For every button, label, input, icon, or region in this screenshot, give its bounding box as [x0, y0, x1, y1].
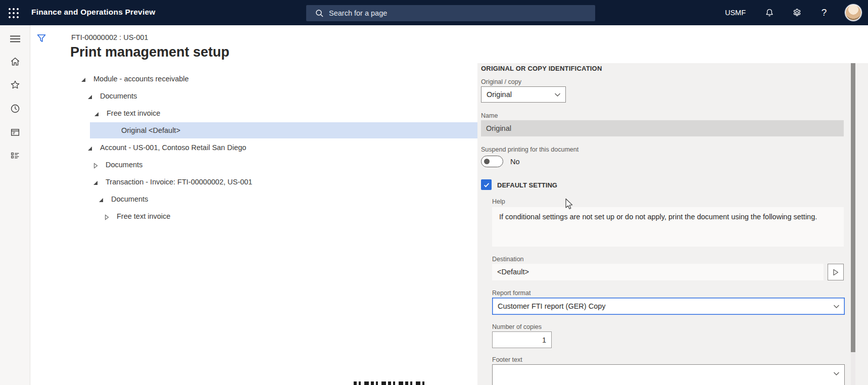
tree-row[interactable]: Original <Default>: [73, 122, 477, 139]
footer-text-combobox[interactable]: [492, 364, 845, 385]
page-title: Print management setup: [70, 44, 229, 60]
help-icon[interactable]: ?: [817, 6, 831, 19]
number-of-copies-label: Number of copies: [492, 323, 542, 330]
app-launcher-icon[interactable]: [7, 7, 19, 18]
name-field: [481, 120, 844, 136]
tree-expand-icon[interactable]: [87, 145, 93, 151]
tree-row[interactable]: Module - accounts receivable: [73, 70, 477, 87]
tree-row-label: Documents: [111, 190, 148, 208]
destination-flyout-button[interactable]: [828, 264, 844, 280]
tree-row[interactable]: Account - US-001, Contoso Retail San Die…: [73, 139, 477, 156]
favorites-star-icon[interactable]: [9, 78, 22, 91]
suspend-printing-toggle[interactable]: [481, 156, 503, 167]
home-icon[interactable]: [9, 55, 22, 68]
tree-row-label: Documents: [100, 87, 137, 105]
tree-row-label: Transaction - Invoice: FTI-00000002, US-…: [106, 173, 252, 190]
filter-funnel-icon[interactable]: [35, 32, 47, 44]
help-label: Help: [492, 198, 505, 205]
help-text: If conditional settings are not set up o…: [492, 207, 844, 247]
tree-row[interactable]: Free text invoice: [73, 105, 477, 122]
user-avatar[interactable]: [845, 4, 862, 21]
search-placeholder: Search for a page: [329, 9, 387, 17]
tree-expand-icon[interactable]: [92, 179, 99, 185]
chevron-down-icon: [554, 92, 561, 97]
tree-row-label: Documents: [106, 156, 142, 173]
destination-label: Destination: [492, 256, 524, 263]
search-input[interactable]: Search for a page: [306, 5, 595, 21]
checkmark-icon: [483, 181, 490, 188]
modules-list-icon[interactable]: [9, 150, 22, 163]
chevron-down-icon: [833, 371, 840, 376]
destination-field[interactable]: <Default>: [492, 264, 824, 280]
original-copy-label: Original / copy: [481, 78, 521, 85]
play-triangle-icon: [833, 269, 839, 276]
recent-clock-icon[interactable]: [9, 102, 22, 115]
chevron-down-icon: [833, 304, 840, 309]
tree-row[interactable]: Transaction - Invoice: FTI-00000002, US-…: [73, 173, 477, 190]
tree-row-label: Account - US-001, Contoso Retail San Die…: [100, 139, 246, 156]
tree-row-label: Free text invoice: [117, 208, 170, 225]
section-title-original-or-copy: ORIGINAL OR COPY IDENTIFICATION: [481, 65, 602, 72]
scrollbar-thumb[interactable]: [851, 63, 855, 352]
tree-row-label: Original <Default>: [121, 122, 180, 139]
name-label: Name: [481, 112, 498, 119]
tree-row-label: Free text invoice: [107, 105, 160, 122]
print-management-setup-page: Finance and Operations Preview Search fo…: [0, 0, 868, 385]
notifications-bell-icon[interactable]: [763, 6, 776, 19]
tree-expand-icon[interactable]: [93, 110, 100, 116]
report-format-combobox[interactable]: Customer FTI report (GER) Copy: [492, 298, 845, 315]
breadcrumb: FTI-00000002 : US-001: [71, 33, 148, 41]
toggle-knob: [484, 159, 490, 164]
tree-expand-icon[interactable]: [80, 76, 86, 82]
report-format-label: Report format: [492, 290, 531, 297]
hamburger-menu-icon[interactable]: [9, 32, 22, 45]
tree-row[interactable]: Documents: [73, 190, 477, 208]
tree-expand-icon[interactable]: [98, 196, 104, 202]
tree-expand-icon[interactable]: [87, 93, 93, 99]
navigation-rail: [0, 25, 30, 385]
suspend-printing-label: Suspend printing for this document: [481, 146, 578, 153]
vertical-scrollbar[interactable]: [851, 63, 855, 385]
footer-text-label: Footer text: [492, 356, 522, 363]
suspend-printing-value: No: [510, 158, 520, 166]
tree-row-label: Module - accounts receivable: [93, 70, 189, 87]
tree-collapse-icon[interactable]: [92, 162, 99, 168]
default-setting-label: DEFAULT SETTING: [497, 181, 557, 189]
tree-collapse-icon[interactable]: [104, 213, 110, 219]
number-of-copies-field[interactable]: [492, 331, 552, 348]
company-picker[interactable]: USMF: [725, 9, 746, 17]
clipped-text-fragment: [354, 381, 424, 385]
tree-row[interactable]: Documents: [73, 156, 477, 173]
tree: Module - accounts receivableDocumentsFre…: [73, 70, 477, 228]
tree-row[interactable]: Documents: [73, 87, 477, 105]
workspaces-form-icon[interactable]: [9, 126, 22, 139]
default-setting-checkbox[interactable]: [481, 179, 492, 190]
tree-row[interactable]: Free text invoice: [73, 208, 477, 225]
app-title: Finance and Operations Preview: [31, 8, 155, 17]
top-navigation-bar: Finance and Operations Preview Search fo…: [0, 0, 868, 25]
original-copy-combobox[interactable]: Original: [481, 86, 566, 103]
settings-gear-icon[interactable]: [790, 6, 803, 19]
search-icon: [315, 9, 324, 18]
